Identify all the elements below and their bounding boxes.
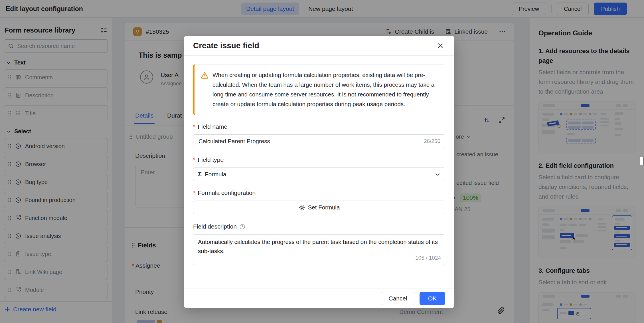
field-description-label-text: Field description [193,223,237,230]
field-type-label-text: Field type [198,156,224,163]
field-description-input[interactable]: Automatically calculates the progress of… [193,234,445,265]
create-issue-field-modal: Create issue field When creating or upda… [184,36,454,308]
sigma-icon: Σ [198,171,202,178]
help-icon[interactable] [239,223,246,230]
field-name-label-text: Field name [198,123,227,130]
modal-body: When creating or updating formula calcul… [184,56,454,265]
modal-ok-button[interactable]: OK [420,292,445,305]
field-type-select[interactable]: Σ Formula [193,167,445,181]
warning-text: When creating or updating formula calcul… [212,70,439,109]
field-description-label: Field description [193,222,445,231]
field-description-counter: 105 / 1024 [415,253,441,263]
required-asterisk: * [193,189,195,196]
field-description-value: Automatically calculates the progress of… [198,239,438,254]
required-asterisk: * [193,123,195,130]
formula-configuration-label-text: Formula configuration [198,189,256,196]
field-type-label: * Field type [193,156,445,164]
gear-icon [299,204,305,211]
field-name-counter: 26/256 [424,138,440,144]
field-type-value: Formula [205,171,226,178]
close-icon[interactable] [436,41,445,51]
modal-cancel-button[interactable]: Cancel [381,292,415,305]
app-root: Edit layout configuration Detail page la… [0,0,644,323]
modal-title: Create issue field [193,41,259,50]
chevron-down-icon [435,171,440,177]
field-name-label: * Field name [193,122,445,131]
modal-header: Create issue field [184,36,454,56]
required-asterisk: * [193,156,195,163]
field-name-input[interactable] [198,138,424,145]
warning-banner: When creating or updating formula calcul… [193,64,445,115]
warning-icon [201,71,208,109]
field-name-input-wrap: 26/256 [193,134,445,148]
set-formula-button[interactable]: Set Formula [193,201,445,214]
mouse-cursor [640,157,644,165]
modal-footer: Cancel OK [184,288,454,308]
set-formula-label: Set Formula [308,204,340,211]
formula-configuration-label: * Formula configuration [193,189,445,197]
